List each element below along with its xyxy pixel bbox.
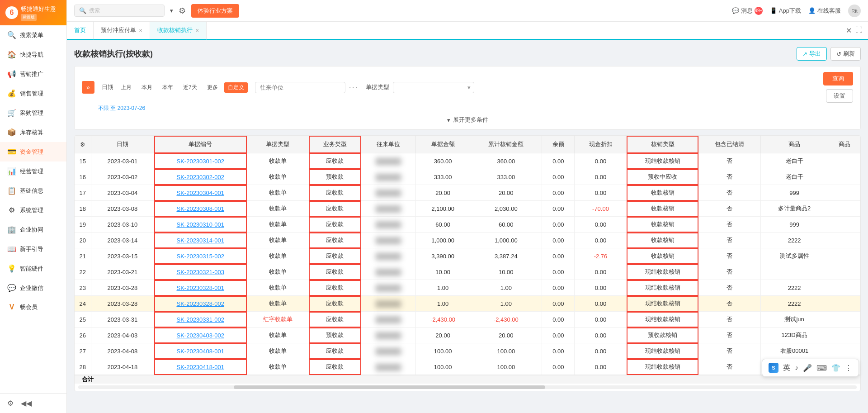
td-balance: 0.00	[542, 312, 575, 328]
sidebar-item-shortcuts[interactable]: 🏠 快捷导航	[0, 45, 66, 64]
messages-label: 消息	[741, 7, 753, 15]
td-no: 28	[75, 359, 91, 375]
th-cash-discount[interactable]: 现金折扣	[575, 136, 627, 153]
th-bill-amount[interactable]: 单据金额	[415, 136, 470, 153]
shortcut-this-month[interactable]: 本月	[138, 82, 156, 93]
shortcut-more[interactable]: 更多	[203, 82, 222, 93]
td-bill-no[interactable]: SK-20230321-003	[154, 264, 247, 280]
td-bill-no[interactable]: SK-20230315-002	[154, 248, 247, 264]
ime-item-grid[interactable]: ⋮	[845, 364, 852, 372]
tab-home[interactable]: 首页	[67, 21, 94, 39]
td-counterparty: ██████	[361, 233, 416, 248]
tab-fullscreen-icon[interactable]: ⛶	[855, 26, 863, 34]
footer-settings-icon[interactable]: ⚙	[7, 399, 14, 408]
table-row: 182023-03-08SK-20230308-001收款单应收款██████2…	[75, 201, 860, 217]
sidebar-item-hardware[interactable]: 💡 智能硬件	[0, 259, 66, 278]
industry-solution-button[interactable]: 体验行业方案	[191, 4, 239, 18]
th-acc-amount[interactable]: 累计核销金额	[470, 136, 542, 153]
ime-item-shirt[interactable]: 👕	[831, 364, 840, 372]
sidebar-item-enterprise[interactable]: 🏢 企业协同	[0, 220, 66, 239]
td-bill-type: 收款单	[247, 248, 309, 264]
query-button[interactable]: 查询	[823, 72, 853, 85]
expand-more-row[interactable]: ▾ 展开更多条件	[82, 116, 853, 124]
topbar-dropdown[interactable]: ▾	[170, 7, 173, 14]
td-balance: 0.00	[542, 296, 575, 312]
sidebar-item-operations[interactable]: 📊 经营管理	[0, 161, 66, 181]
topbar-search-box[interactable]: 🔍 搜索	[74, 5, 165, 17]
hardware-icon: 💡	[7, 264, 16, 273]
sales-icon: 💰	[7, 89, 16, 98]
td-bill-no[interactable]: SK-20230314-001	[154, 233, 247, 248]
th-bill-no[interactable]: 单据编号	[154, 136, 247, 153]
td-biz-type: 应收款	[309, 280, 361, 296]
settings-button[interactable]: 设置	[826, 89, 853, 103]
table-scrollbar[interactable]	[78, 385, 857, 389]
logo-text-block: 畅捷通好生意 标推版	[21, 5, 56, 21]
sidebar-item-finance[interactable]: 💳 资金管理	[0, 142, 66, 161]
topbar-gear-icon[interactable]: ⚙	[179, 6, 186, 16]
td-no: 18	[75, 201, 91, 217]
sidebar-item-inventory[interactable]: 📦 库存核算	[0, 123, 66, 142]
filter-expand-button[interactable]: »	[82, 81, 94, 94]
tab-close-all-icon[interactable]: ✕	[846, 26, 852, 35]
td-bill-no[interactable]: SK-20230304-001	[154, 185, 247, 201]
tab-collection-close-icon[interactable]: ✕	[195, 28, 199, 33]
th-product[interactable]: 商品	[760, 136, 828, 153]
sidebar-item-sales[interactable]: 💰 销售管理	[0, 84, 66, 103]
th-counterparty[interactable]: 往来单位	[361, 136, 416, 153]
shortcut-custom[interactable]: 自定义	[224, 82, 248, 93]
td-bill-amount: 10.00	[415, 264, 470, 280]
td-bill-no[interactable]: SK-20230302-002	[154, 169, 247, 185]
topbar-app-download[interactable]: 📱 App下载	[770, 7, 801, 15]
sidebar-item-search[interactable]: 🔍 搜索菜单	[0, 25, 66, 45]
bill-type-select[interactable]	[393, 82, 474, 93]
footer-collapse-icon[interactable]: ◀◀	[21, 399, 32, 408]
tab-collection[interactable]: 收款核销执行 ✕	[150, 22, 207, 40]
th-balance[interactable]: 余额	[542, 136, 575, 153]
user-avatar[interactable]: Rit	[848, 5, 861, 17]
td-bill-no[interactable]: SK-20230408-001	[154, 343, 247, 359]
ime-item-keyboard[interactable]: ⌨	[816, 364, 827, 372]
td-counterparty: ██████	[361, 248, 416, 264]
td-bill-no[interactable]: SK-20230328-002	[154, 296, 247, 312]
shortcut-this-year[interactable]: 本年	[159, 82, 177, 93]
counterparty-input[interactable]	[255, 82, 345, 93]
td-bill-no[interactable]: SK-20230328-001	[154, 280, 247, 296]
sidebar-item-wechat[interactable]: 💬 企业微信	[0, 278, 66, 298]
export-button[interactable]: ↗ 导出	[797, 47, 827, 61]
td-bill-no[interactable]: SK-20230403-002	[154, 328, 247, 343]
shortcut-last-month[interactable]: 上月	[117, 82, 135, 93]
td-bill-no[interactable]: SK-20230331-002	[154, 312, 247, 328]
marketing-icon: 📢	[7, 70, 16, 78]
refresh-button[interactable]: ↺ 刷新	[830, 47, 861, 61]
th-settings[interactable]: ⚙	[75, 136, 91, 153]
sidebar-item-basic[interactable]: 📋 基础信息	[0, 181, 66, 200]
shortcut-7-days[interactable]: 近7天	[179, 82, 201, 93]
td-balance: 0.00	[542, 185, 575, 201]
ime-item-mic[interactable]: 🎤	[803, 364, 812, 372]
ime-item-music[interactable]: ♪	[795, 364, 798, 372]
th-date[interactable]: 日期	[91, 136, 154, 153]
th-biz-type[interactable]: 业务类型	[309, 136, 361, 153]
bill-type-select-wrapper	[393, 82, 474, 93]
tab-prepay[interactable]: 预付冲应付单 ✕	[94, 21, 150, 39]
td-bill-no[interactable]: SK-20230310-001	[154, 217, 247, 233]
th-product2[interactable]: 商品	[828, 136, 860, 153]
sidebar-item-purchase[interactable]: 🛒 采购管理	[0, 103, 66, 123]
th-bill-type[interactable]: 单据类型	[247, 136, 309, 153]
ime-item-ying[interactable]: 英	[783, 363, 790, 373]
th-include-settled[interactable]: 包含已结清	[698, 136, 760, 153]
tab-prepay-close-icon[interactable]: ✕	[139, 28, 142, 33]
td-bill-no[interactable]: SK-20230301-002	[154, 153, 247, 169]
th-verify-type[interactable]: 核销类型	[627, 136, 698, 153]
table-row: 262023-04-03SK-20230403-002收款单预收款██████2…	[75, 328, 860, 343]
sidebar-item-marketing[interactable]: 📢 营销推广	[0, 64, 66, 84]
sidebar-item-system[interactable]: ⚙ 系统管理	[0, 200, 66, 220]
topbar-messages[interactable]: 💬 消息 99+	[732, 7, 763, 15]
td-bill-no[interactable]: SK-20230308-001	[154, 201, 247, 217]
topbar-online-service[interactable]: 👤 在线客服	[808, 7, 841, 15]
sidebar-item-member[interactable]: V 畅会员	[0, 298, 66, 317]
sidebar-item-guide[interactable]: 📖 新手引导	[0, 239, 66, 259]
td-bill-no[interactable]: SK-20230418-001	[154, 359, 247, 375]
td-bill-amount: 20.00	[415, 185, 470, 201]
